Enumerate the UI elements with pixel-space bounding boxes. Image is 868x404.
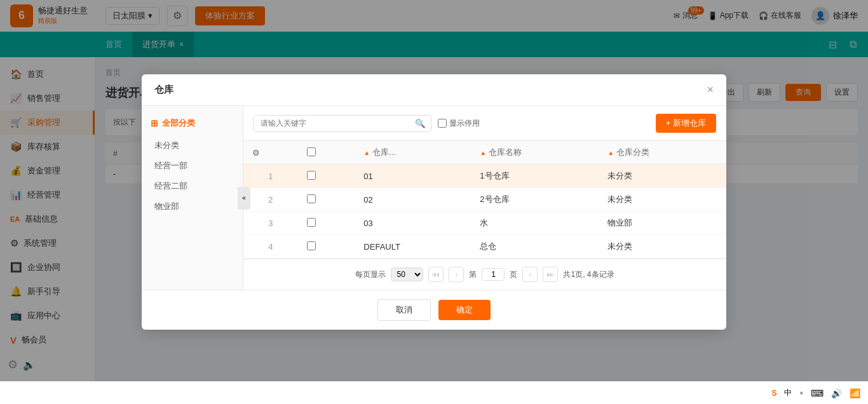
modal-close-btn[interactable]: ×	[707, 83, 714, 97]
ime-label[interactable]: 中	[784, 387, 792, 398]
modal-header: 仓库 ×	[142, 74, 726, 106]
search-input[interactable]	[254, 116, 410, 131]
col-category-label: 仓库分类	[616, 147, 649, 158]
page-label: 第	[469, 269, 477, 280]
cancel-btn[interactable]: 取消	[377, 299, 431, 321]
sidebar-collapse-btn[interactable]: «	[238, 187, 250, 210]
modal-title: 仓库	[154, 84, 173, 96]
ime-zh-icon[interactable]: S	[771, 389, 776, 398]
row3-index: 3	[243, 212, 298, 235]
category-all-label[interactable]: 全部分类	[162, 118, 195, 129]
network-icon: 📶	[850, 388, 860, 398]
row2-category: 未分类	[599, 188, 726, 212]
new-warehouse-btn[interactable]: + 新增仓库	[656, 114, 716, 133]
table-row-4[interactable]: 4 DEFAULT 总仓 未分类	[243, 235, 726, 259]
sort-icon: ▲	[363, 149, 370, 156]
page-first-btn[interactable]: ⏮	[428, 267, 444, 282]
dot-icon: •	[799, 387, 803, 399]
total-label: 共1页, 4条记录	[563, 269, 614, 280]
show-disabled-wrap: 显示停用	[438, 118, 480, 129]
modal-table-wrap: ⚙ ▲ 仓库...	[243, 141, 726, 259]
modal-cat-property[interactable]: 物业部	[142, 196, 243, 217]
table-row-2[interactable]: 2 02 2号仓库 未分类	[243, 188, 726, 212]
col-name-label: 仓库名称	[489, 147, 522, 158]
row1-index: 1	[243, 165, 298, 188]
row4-code: DEFAULT	[355, 235, 471, 259]
per-page-label: 每页显示	[355, 269, 386, 280]
row1-category: 未分类	[599, 165, 726, 188]
collapse-arrow-icon: «	[242, 194, 246, 201]
modal-footer: 取消 确定	[142, 290, 726, 330]
select-all-checkbox[interactable]	[307, 147, 316, 156]
modal-cat-dept2[interactable]: 经营二部	[142, 176, 243, 196]
modal-category-sidebar: ⊞ 全部分类 « 未分类 经营一部 经营二部 物业部	[142, 106, 243, 290]
col-code-label: 仓库...	[372, 147, 396, 158]
search-wrap: 🔍	[254, 115, 431, 132]
row1-checkbox[interactable]	[298, 165, 355, 188]
col-code[interactable]: ▲ 仓库...	[355, 141, 471, 165]
row2-checkbox[interactable]	[298, 188, 355, 212]
search-icon-btn[interactable]: 🔍	[410, 116, 431, 131]
modal-pagination: 每页显示 50 20 100 ⏮ ‹ 第 页 › ⏭ 共1页, 4条记录	[243, 259, 726, 290]
speaker-icon[interactable]: 🔊	[831, 388, 842, 398]
row3-category: 物业部	[599, 212, 726, 235]
row4-index: 4	[243, 235, 298, 259]
row4-category: 未分类	[599, 235, 726, 259]
per-page-select[interactable]: 50 20 100	[391, 267, 423, 281]
modal-cat-unclassified[interactable]: 未分类	[142, 135, 243, 156]
modal-body: ⊞ 全部分类 « 未分类 经营一部 经营二部 物业部	[142, 106, 726, 290]
grid-icon: ⊞	[151, 118, 158, 128]
modal-content-area: 🔍 显示停用 + 新增仓库 ⚙	[243, 106, 726, 290]
row4-name: 总仓	[471, 235, 599, 259]
col-name[interactable]: ▲ 仓库名称	[471, 141, 599, 165]
show-disabled-label: 显示停用	[449, 118, 480, 129]
page-prev-btn[interactable]: ‹	[449, 267, 464, 282]
row2-name: 2号仓库	[471, 188, 599, 212]
warehouse-table: ⚙ ▲ 仓库...	[243, 141, 726, 259]
modal-overlay: 仓库 × ⊞ 全部分类 « 未分类 经营一部 经营二部 物业部	[0, 0, 868, 404]
row3-checkbox[interactable]	[298, 212, 355, 235]
page-suffix: 页	[510, 269, 517, 280]
sort-icon3: ▲	[607, 149, 614, 156]
warehouse-modal: 仓库 × ⊞ 全部分类 « 未分类 经营一部 经营二部 物业部	[142, 74, 726, 330]
row3-name: 水	[471, 212, 599, 235]
page-input[interactable]	[482, 268, 505, 281]
col-gear: ⚙	[243, 141, 298, 165]
row2-index: 2	[243, 188, 298, 212]
row1-name: 1号仓库	[471, 165, 599, 188]
col-category[interactable]: ▲ 仓库分类	[599, 141, 726, 165]
page-next-btn[interactable]: ›	[522, 267, 538, 282]
row1-code: 01	[355, 165, 471, 188]
modal-category-header: ⊞ 全部分类	[142, 114, 243, 135]
bottom-bar: S 中 • ⌨ 🔊 📶	[0, 381, 868, 404]
table-row-1[interactable]: 1 01 1号仓库 未分类	[243, 165, 726, 188]
page-last-btn[interactable]: ⏭	[543, 267, 558, 282]
show-disabled-checkbox[interactable]	[438, 119, 447, 128]
row2-code: 02	[355, 188, 471, 212]
keyboard-icon[interactable]: ⌨	[811, 388, 824, 398]
row4-checkbox[interactable]	[298, 235, 355, 259]
confirm-btn[interactable]: 确定	[438, 300, 491, 320]
row3-code: 03	[355, 212, 471, 235]
table-row-3[interactable]: 3 03 水 物业部	[243, 212, 726, 235]
sort-icon2: ▲	[480, 149, 486, 156]
modal-toolbar: 🔍 显示停用 + 新增仓库	[243, 106, 726, 141]
modal-cat-dept1[interactable]: 经营一部	[142, 156, 243, 176]
col-checkbox	[298, 141, 355, 165]
